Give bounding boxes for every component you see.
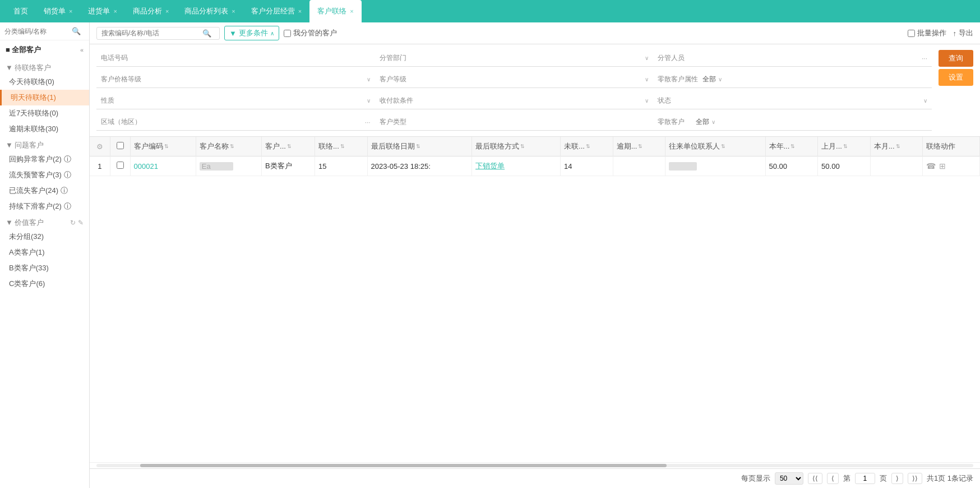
search-box: 🔍 [96,27,220,40]
cell-index: 1 [90,156,110,176]
sidebar-item-today-contact[interactable]: 今天待联络(0) [0,74,89,90]
more-filter-btn[interactable]: ▼ 更多条件 ∧ [224,26,279,40]
th-this-year[interactable]: 本年...⇅ [765,137,818,156]
cell-actions: ☎ ⊞ [923,156,980,176]
gear-icon[interactable]: ⚙ [96,142,103,151]
grid-action-icon[interactable]: ⊞ [939,162,946,171]
payment-arrow-icon[interactable]: ∨ [645,98,649,104]
all-customers-label[interactable]: ■ 全部客户 « [0,40,89,59]
group-problem-customers[interactable]: ▼ 问题客户 [0,137,89,151]
batch-checkbox[interactable] [908,30,915,37]
th-customer-name[interactable]: 客户名称⇅ [196,137,261,156]
filter-actions: 查询 设置 [939,50,973,86]
nav-tab-product-analysis-list[interactable]: 商品分析列表 × [177,0,243,22]
th-contact-count[interactable]: 联络...⇅ [315,137,367,156]
sidebar-item-churn-warning[interactable]: 流失预警客户(3) ⓘ [0,167,89,183]
sidebar-item-tomorrow-contact[interactable]: 明天待联络(1) [0,90,89,105]
sidebar-search-icon[interactable]: 🔍 [72,27,81,35]
sidebar-item-class-c[interactable]: C类客户(6) [0,276,89,292]
last-page-btn[interactable]: ⟩⟩ [908,473,922,484]
retail-attr-arrow-icon[interactable]: ∨ [718,76,722,82]
row-checkbox[interactable] [117,162,124,169]
filter-row-2: 客户价格等级 ∨ 客户等级 ∨ 零散客户属性 全部 ∨ [96,71,932,88]
scrollbar-thumb[interactable] [140,464,666,467]
sidebar-item-repurchase-anomaly[interactable]: 回购异常客户(2) ⓘ [0,151,89,167]
my-customers-checkbox-label[interactable]: 我分管的客户 [284,28,337,38]
select-all-checkbox[interactable] [117,142,124,149]
scrollbar-track [96,464,973,467]
nav-tab-product-analysis[interactable]: 商品分析 × [125,0,177,22]
nav-tab-customer-contact[interactable]: 客户联络 × [309,0,361,22]
retail-arrow-icon[interactable]: ∨ [711,119,715,125]
first-page-btn[interactable]: ⟨⟨ [808,473,822,484]
region-dots-icon[interactable]: ··· [365,118,371,126]
search-submit-icon[interactable]: 🔍 [202,29,211,38]
cell-overdue [613,156,665,176]
close-sales-tab[interactable]: × [69,8,72,15]
th-contact-person[interactable]: 往来单位联系人⇅ [665,137,765,156]
settings-button[interactable]: 设置 [939,69,973,86]
close-product-analysis-tab[interactable]: × [165,8,169,15]
nav-tab-customer-layer[interactable]: 客户分层经营 × [243,0,309,22]
page-size-select[interactable]: 50 100 200 [775,472,803,485]
sidebar-item-overdue-contact[interactable]: 逾期未联络(30) [0,121,89,137]
th-customer-code[interactable]: 客户编码⇅ [130,137,196,156]
close-product-list-tab[interactable]: × [232,8,235,15]
sidebar-item-churned[interactable]: 已流失客户(24) ⓘ [0,183,89,199]
close-purchase-tab[interactable]: × [113,8,117,15]
nav-home[interactable]: 首页 [6,6,36,16]
cell-contact-count: 15 [315,156,367,176]
th-customer-type[interactable]: 客户...⇅ [262,137,315,156]
batch-ops-btn[interactable]: 批量操作 [908,28,946,38]
cell-name[interactable]: Ea [196,156,261,176]
nature-arrow-icon[interactable]: ∨ [367,98,371,104]
export-btn[interactable]: ↑ 导出 [953,28,974,38]
sort-date-icon: ⇅ [416,144,420,149]
filter-cell-status: 状态 ∨ [653,93,932,109]
phone-action-icon[interactable]: ☎ [926,162,936,171]
th-checkbox[interactable] [110,137,130,156]
th-last-month[interactable]: 上月...⇅ [818,137,871,156]
cell-last-way[interactable]: 下销货单 [472,156,561,176]
prev-page-btn[interactable]: ⟨ [827,473,839,484]
sidebar-item-ungrouped[interactable]: 未分组(32) [0,229,89,245]
customer-level-arrow-icon[interactable]: ∨ [645,76,649,82]
query-button[interactable]: 查询 [939,50,973,67]
th-gear[interactable]: ⚙ [90,137,110,156]
dept-arrow-icon[interactable]: ∨ [645,55,649,61]
th-last-contact-date[interactable]: 最后联络日期⇅ [367,137,472,156]
sort-name-icon: ⇅ [230,144,234,149]
th-not-contacted[interactable]: 未联...⇅ [561,137,613,156]
th-overdue[interactable]: 逾期...⇅ [613,137,665,156]
person-dots-icon[interactable]: ··· [922,54,927,62]
person-label: 分管人员 [658,53,691,63]
group-value-customers[interactable]: ▼ 价值客户 ↻ ✎ [0,214,89,229]
status-arrow-icon[interactable]: ∨ [923,98,927,104]
region-label: 区域（地区） [101,117,141,127]
collapse-icon[interactable]: « [80,47,84,53]
cell-checkbox [110,156,130,176]
sidebar-search-input[interactable] [4,27,72,35]
price-level-arrow-icon[interactable]: ∨ [367,76,371,82]
filter-cell-dept: 分管部门 ∨ [375,50,654,67]
th-last-contact-way[interactable]: 最后联络方式⇅ [472,137,561,156]
sidebar-item-class-a[interactable]: A类客户(1) [0,245,89,260]
group-pending-contact[interactable]: ▼ 待联络客户 [0,59,89,74]
cell-code[interactable]: 000021 [130,156,196,176]
next-page-btn[interactable]: ⟩ [891,473,903,484]
page-input[interactable] [855,473,875,484]
close-customer-layer-tab[interactable]: × [298,8,302,15]
nav-tab-purchase[interactable]: 进货单 × [80,0,124,22]
refresh-value-icon[interactable]: ↻ [70,219,76,227]
sidebar-item-declining[interactable]: 持续下滑客户(2) ⓘ [0,199,89,214]
customer-type-label: 客户类型 [380,117,413,127]
edit-value-icon[interactable]: ✎ [78,219,84,227]
nav-tab-sales[interactable]: 销货单 × [36,0,80,22]
toolbar-right: 批量操作 ↑ 导出 [908,28,974,38]
th-this-month[interactable]: 本月...⇅ [870,137,923,156]
my-customers-checkbox[interactable] [284,30,291,37]
close-customer-contact-tab[interactable]: × [350,8,353,15]
sidebar-item-7days-contact[interactable]: 近7天待联络(0) [0,105,89,121]
search-input[interactable] [101,29,202,37]
sidebar-item-class-b[interactable]: B类客户(33) [0,260,89,276]
